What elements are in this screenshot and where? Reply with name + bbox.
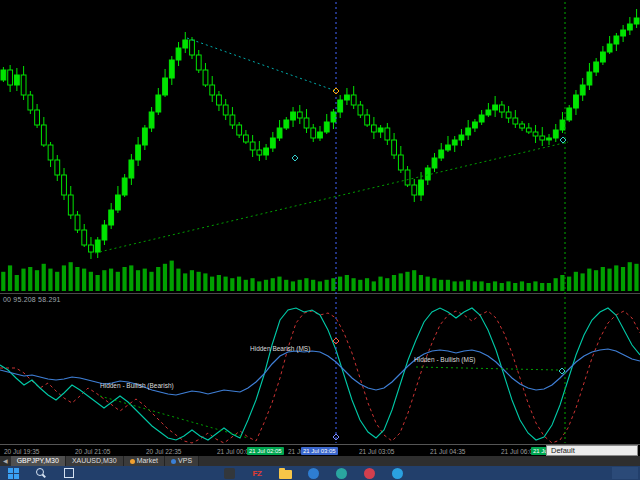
filezilla-icon[interactable]: FZ (250, 467, 264, 479)
chart-tab-xauusd[interactable]: XAUUSD,M30 (66, 456, 124, 466)
chart-tab-gbpjpy[interactable]: GBPJPY,M30 (11, 456, 66, 466)
volume-bar (197, 272, 201, 291)
candle-body (136, 145, 141, 160)
candle-body (499, 105, 504, 112)
candle-body (210, 85, 215, 95)
candle-body (365, 115, 370, 125)
time-axis-chip: 21 Jul 02:05 (247, 447, 284, 455)
candle-body (62, 175, 67, 195)
candle-body (358, 105, 363, 115)
candle-body (560, 120, 565, 130)
candle-body (169, 60, 174, 78)
volume-bar (580, 273, 584, 291)
vps-tab[interactable]: VPS (165, 456, 199, 466)
volume-bar (96, 275, 100, 291)
time-axis: 20 Jul 19:3520 Jul 21:0520 Jul 22:3521 J… (0, 444, 640, 456)
volume-bar (453, 281, 457, 291)
candle-body (291, 112, 296, 120)
volume-bar (15, 275, 19, 291)
volume-bar (432, 278, 436, 291)
candle-body (183, 40, 188, 48)
candle-body (1, 70, 6, 80)
tab-scroll-left-icon[interactable]: ◀ (0, 456, 11, 466)
volume-bar (284, 280, 288, 291)
candle-body (452, 140, 457, 145)
volume-bar (183, 273, 187, 291)
volume-bar (594, 270, 598, 291)
template-default-chip[interactable]: Default (546, 445, 638, 456)
candle-body (250, 142, 255, 150)
file-explorer-icon[interactable] (278, 467, 292, 479)
candle-body (89, 245, 94, 252)
candle-body (304, 118, 309, 128)
volume-bar (567, 277, 571, 291)
candle-body (439, 150, 444, 158)
volume-bar (621, 267, 625, 291)
tab-label: XAUUSD,M30 (72, 456, 117, 466)
volume-bar (527, 283, 531, 291)
app-icon-blue[interactable] (306, 467, 320, 479)
volume-bar (473, 281, 477, 291)
app-icon-teal[interactable] (334, 467, 348, 479)
volume-bar (217, 275, 221, 291)
volume-bar (62, 265, 66, 291)
candle-body (257, 150, 262, 155)
volume-bar (338, 277, 342, 291)
app-icon-red[interactable] (362, 467, 376, 479)
candle-body (230, 115, 235, 125)
volume-bar (399, 273, 403, 291)
volume-bar (378, 277, 382, 291)
pinned-app-active[interactable] (612, 467, 638, 479)
candle-body (385, 128, 390, 140)
volume-bar (479, 281, 483, 291)
volume-bar (486, 283, 490, 291)
vps-icon (171, 459, 176, 464)
candle-body (486, 110, 491, 115)
candle-body (607, 44, 612, 52)
volume-bar (230, 278, 234, 291)
market-tab[interactable]: Market (124, 456, 165, 466)
volume-bar (122, 267, 126, 291)
volume-bar (520, 281, 524, 291)
volume-bar (318, 281, 322, 291)
volume-bar (149, 272, 153, 291)
candle-body (149, 112, 154, 128)
candle-body (116, 195, 121, 210)
candle-body (176, 48, 181, 60)
task-view-icon[interactable] (62, 467, 76, 479)
volume-bar (560, 275, 564, 291)
volume-bar (277, 277, 281, 291)
volume-bar (493, 281, 497, 291)
volume-bar (446, 280, 450, 291)
candle-body (270, 138, 275, 148)
volume-bar (264, 280, 268, 291)
volume-bar (257, 281, 261, 291)
search-icon[interactable] (34, 467, 48, 479)
time-axis-label: 21 Jul 04:35 (430, 448, 465, 455)
volume-bar (554, 278, 558, 291)
candle-body (493, 105, 498, 110)
candle-body (540, 136, 545, 140)
volume-bar (385, 278, 389, 291)
candle-body (594, 62, 599, 72)
app-icon-dark[interactable] (222, 467, 236, 479)
windows-taskbar: FZ (0, 466, 640, 480)
volume-bar (372, 281, 376, 291)
app-icon-drop[interactable] (390, 467, 404, 479)
time-axis-label: 20 Jul 19:35 (4, 448, 39, 455)
volume-bar (628, 262, 632, 291)
candle-body (553, 130, 558, 138)
windows-start-icon[interactable] (6, 467, 20, 479)
candle-body (459, 135, 464, 140)
volume-bar (75, 267, 79, 291)
volume-bar (351, 278, 355, 291)
candle-body (217, 95, 222, 105)
volume-bar (203, 273, 207, 291)
chart-area[interactable]: Hidden - Bullish (Bearish)Hidden Bearish… (0, 0, 640, 444)
candle-body (331, 112, 336, 122)
candle-body (55, 160, 60, 175)
volume-bar (55, 272, 59, 291)
candle-body (419, 180, 424, 195)
volume-bar (304, 278, 308, 291)
candle-body (338, 100, 343, 112)
